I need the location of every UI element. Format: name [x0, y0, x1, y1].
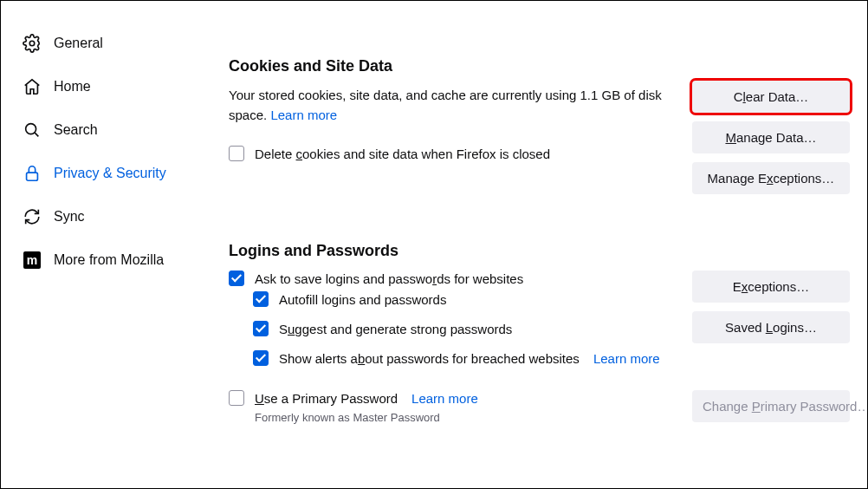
manage-exceptions-button[interactable]: Manage Exceptions… [692, 162, 850, 194]
ask-save-logins-checkbox[interactable] [229, 271, 244, 286]
sidebar-item-label: More from Mozilla [54, 252, 164, 268]
primary-password-label[interactable]: Use a Primary Password [255, 391, 398, 406]
sidebar-item-home[interactable]: Home [1, 65, 190, 108]
primary-password-hint: Formerly known as Master Password [255, 411, 675, 424]
cookies-section: Cookies and Site Data Your stored cookie… [229, 57, 850, 194]
cookies-learn-more-link[interactable]: Learn more [270, 108, 337, 122]
svg-rect-3 [27, 173, 38, 180]
sidebar-item-label: Sync [54, 209, 85, 225]
sidebar-item-label: Home [54, 79, 91, 95]
section-title: Logins and Passwords [229, 242, 850, 260]
cookies-description: Your stored cookies, site data, and cach… [229, 86, 675, 125]
primary-password-learn-more-link[interactable]: Learn more [411, 391, 478, 406]
mozilla-icon: m [23, 251, 42, 270]
suggest-passwords-checkbox[interactable] [253, 321, 269, 336]
settings-content: Cookies and Site Data Your stored cookie… [190, 1, 867, 488]
search-icon [23, 121, 42, 140]
lock-icon [23, 164, 42, 183]
sidebar-item-general[interactable]: General [1, 22, 190, 65]
sidebar-item-label: Search [54, 122, 98, 138]
logins-exceptions-button[interactable]: Exceptions… [692, 271, 850, 303]
settings-sidebar: General Home Search Privacy & Security S… [1, 1, 190, 488]
manage-data-button[interactable]: Manage Data… [692, 121, 850, 153]
svg-line-2 [35, 133, 38, 136]
ask-save-logins-label[interactable]: Ask to save logins and passwords for web… [255, 271, 523, 286]
primary-password-checkbox[interactable] [229, 390, 244, 406]
breach-alerts-learn-more-link[interactable]: Learn more [593, 351, 660, 366]
sidebar-item-sync[interactable]: Sync [1, 195, 190, 238]
sidebar-item-more-mozilla[interactable]: m More from Mozilla [1, 238, 190, 282]
sync-icon [23, 207, 42, 226]
change-primary-password-button: Change Primary Password… [692, 390, 850, 422]
clear-data-button[interactable]: Clear Data… [692, 81, 850, 113]
sidebar-item-label: Privacy & Security [54, 166, 166, 181]
home-icon [23, 77, 42, 96]
saved-logins-button[interactable]: Saved Logins… [692, 311, 850, 343]
sidebar-item-privacy-security[interactable]: Privacy & Security [1, 152, 190, 195]
breach-alerts-checkbox[interactable] [253, 350, 269, 366]
svg-point-1 [26, 124, 36, 134]
section-title: Cookies and Site Data [229, 57, 850, 75]
svg-point-0 [29, 41, 35, 46]
autofill-checkbox[interactable] [253, 291, 269, 307]
logins-section: Logins and Passwords Ask to save logins … [229, 242, 850, 424]
sidebar-item-search[interactable]: Search [1, 108, 190, 152]
delete-on-close-label[interactable]: Delete cookies and site data when Firefo… [255, 147, 550, 161]
sidebar-item-label: General [54, 36, 103, 51]
autofill-label[interactable]: Autofill logins and passwords [279, 292, 446, 307]
suggest-passwords-label[interactable]: Suggest and generate strong passwords [279, 322, 512, 336]
breach-alerts-label[interactable]: Show alerts about passwords for breached… [279, 351, 580, 366]
gear-icon [23, 34, 42, 53]
delete-on-close-checkbox[interactable] [229, 146, 244, 161]
